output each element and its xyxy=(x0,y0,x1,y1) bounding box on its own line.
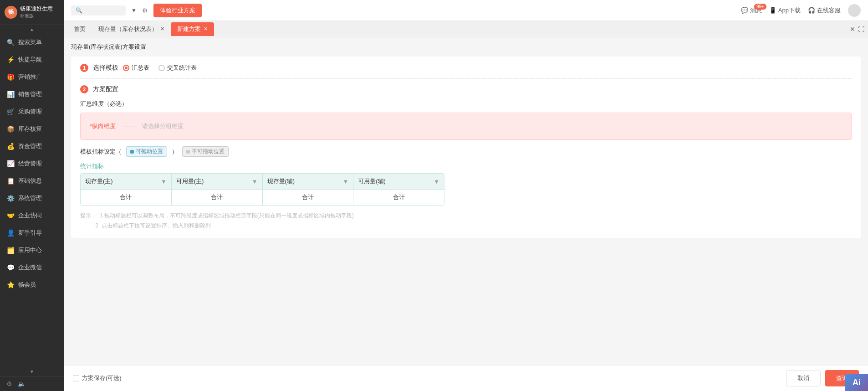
volume-icon[interactable]: 🔈 xyxy=(18,380,26,387)
sidebar-item-label: 销售管理 xyxy=(18,90,42,98)
col-header-1[interactable]: 可用量(主) ▼ xyxy=(172,174,263,189)
col-dropdown-3[interactable]: ▼ xyxy=(434,178,439,185)
divider1 xyxy=(80,78,852,79)
tab-inventory[interactable]: 现存量（库存状况表） ✕ xyxy=(92,22,171,36)
newuser-icon: 👤 xyxy=(6,229,15,237)
sidebar-item-label: 系统管理 xyxy=(18,194,42,202)
save-checkbox[interactable] xyxy=(73,375,79,381)
sidebar-item-label: 新手引导 xyxy=(18,229,42,237)
cell-3: 合计 xyxy=(353,189,444,205)
stat-table-row: 合计 合计 合计 合计 xyxy=(81,189,444,205)
vertical-dim-area[interactable]: *纵向维度 —— 请选择分组维度 xyxy=(80,113,852,140)
top-header: 🔍 ▼ ⚙ 体验行业方案 💬 消息 99+ 📱 App下载 🎧 在线客服 xyxy=(64,0,868,21)
non-draggable-label: 不可拖动位置 xyxy=(192,148,225,155)
radio-crosstab-label: 交叉统计表 xyxy=(167,64,197,72)
step1-title: 选择模板 xyxy=(93,64,118,72)
col-label-3: 可用量(辅) xyxy=(358,177,386,185)
tips-area: 提示： 1.拖动标题栏可以调整布局，不可跨维度或指标区域拖动栏目字段(只能在同一… xyxy=(80,211,852,231)
tab-home-label: 首页 xyxy=(74,25,86,33)
col-dropdown-2[interactable]: ▼ xyxy=(342,178,348,185)
expand-icon[interactable]: ⛶ xyxy=(858,26,864,33)
sidebar-item-member[interactable]: ⭐ 畅会员 xyxy=(0,276,64,293)
search-menu-icon: 🔍 xyxy=(6,38,15,46)
save-option-label: 方案保存(可选) xyxy=(82,374,122,382)
sidebar-item-management[interactable]: 📈 经营管理 xyxy=(0,155,64,172)
draggable-label: 可拖动位置 xyxy=(136,148,163,155)
sidebar-item-system[interactable]: ⚙️ 系统管理 xyxy=(0,190,64,207)
step1-badge: 1 xyxy=(80,64,88,72)
management-icon: 📈 xyxy=(6,159,15,168)
message-btn[interactable]: 💬 消息 99+ xyxy=(741,6,762,15)
online-service-btn[interactable]: 🎧 在线客服 xyxy=(808,6,841,15)
sidebar-item-appcenter[interactable]: 🗂️ 应用中心 xyxy=(0,242,64,259)
tab-inventory-close[interactable]: ✕ xyxy=(160,26,164,32)
close-panel-icon[interactable]: ✕ xyxy=(850,26,855,33)
vd-dash: —— xyxy=(123,123,135,130)
sidebar-item-label: 营销推广 xyxy=(18,73,42,81)
col-dropdown-1[interactable]: ▼ xyxy=(252,178,258,185)
sidebar-item-quicknav[interactable]: ⚡ 快捷导航 xyxy=(0,51,64,68)
sidebar-item-wechat[interactable]: 💬 企业微信 xyxy=(0,259,64,276)
sidebar-item-label: 企业微信 xyxy=(18,263,42,272)
tip-0: 提示： 1.拖动标题栏可以调整布局，不可跨维度或指标区域拖动栏目字段(只能在同一… xyxy=(80,211,852,221)
scroll-up-btn[interactable]: ▲ xyxy=(0,25,64,34)
tab-inventory-label: 现存量（库存状况表） xyxy=(98,25,158,33)
col-dropdown-0[interactable]: ▼ xyxy=(161,178,167,185)
tabs-right: ✕ ⛶ xyxy=(850,26,864,33)
template-settings-label: 模板指标设定（ xyxy=(80,148,122,156)
sidebar-item-cooperation[interactable]: 🤝 企业协同 xyxy=(0,207,64,224)
sidebar-item-finance[interactable]: 💰 资金管理 xyxy=(0,138,64,155)
stat-section-title: 统计指标 xyxy=(80,162,852,170)
sidebar-item-label: 库存核算 xyxy=(18,125,42,133)
cancel-button[interactable]: 取消 xyxy=(786,370,821,386)
sidebar-item-basic[interactable]: 📋 基础信息 xyxy=(0,172,64,190)
user-avatar[interactable] xyxy=(848,4,861,17)
sidebar-item-newuser[interactable]: 👤 新手引导 xyxy=(0,224,64,242)
search-icon: 🔍 xyxy=(76,7,82,14)
scroll-down-btn[interactable]: ▼ xyxy=(0,367,64,376)
sidebar-item-sales[interactable]: 📊 销售管理 xyxy=(0,86,64,103)
cell-0: 合计 xyxy=(81,189,172,205)
sidebar-item-inventory[interactable]: 📦 库存核算 xyxy=(0,120,64,138)
app-download-btn[interactable]: 📱 App下载 xyxy=(769,6,801,15)
radio-summary[interactable]: 汇总表 xyxy=(123,64,149,72)
save-option[interactable]: 方案保存(可选) xyxy=(73,374,122,382)
logo-icon: 畅 xyxy=(5,6,17,19)
template-radio-group: 汇总表 交叉统计表 xyxy=(123,64,197,72)
template-settings-row: 模板指标设定（ 可拖动位置 ） 不可拖动位置 xyxy=(80,146,852,157)
step1-header: 1 选择模板 汇总表 交叉统计表 xyxy=(80,64,852,72)
vd-placeholder: 请选择分组维度 xyxy=(142,122,184,130)
industry-btn[interactable]: 体验行业方案 xyxy=(153,4,202,17)
sidebar-item-label: 采购管理 xyxy=(18,108,42,116)
appcenter-icon: 🗂️ xyxy=(6,246,15,254)
step2-badge: 2 xyxy=(80,85,88,93)
radio-summary-label: 汇总表 xyxy=(132,64,149,72)
tab-new-scheme[interactable]: 新建方案 ✕ xyxy=(171,22,214,36)
radio-crosstab[interactable]: 交叉统计表 xyxy=(158,64,197,72)
stat-table-header: 现存量(主) ▼ 可用量(主) ▼ 现存量(辅) ▼ 可用量(辅) ▼ xyxy=(81,174,444,189)
service-icon: 🎧 xyxy=(808,7,815,14)
ai-badge[interactable]: Ai xyxy=(845,374,868,391)
sidebar-bottom: ⚙ 🔈 xyxy=(0,376,64,391)
col-header-3[interactable]: 可用量(辅) ▼ xyxy=(353,174,444,189)
sidebar-item-purchase[interactable]: 🛒 采购管理 xyxy=(0,103,64,120)
tabs-bar: 首页 现存量（库存状况表） ✕ 新建方案 ✕ ✕ ⛶ xyxy=(64,21,868,37)
col-label-0: 现存量(主) xyxy=(85,177,113,185)
sidebar-item-search[interactable]: 🔍 搜索菜单 xyxy=(0,34,64,51)
dropdown-arrow[interactable]: ▼ xyxy=(131,7,137,14)
tip-text-1: 2. 点击标题栏下拉可设置排序、插入列和删除列 xyxy=(95,222,210,229)
sidebar-item-label: 企业协同 xyxy=(18,211,42,220)
sidebar-item-marketing[interactable]: 🎁 营销推广 xyxy=(0,68,64,86)
draggable-tag: 可拖动位置 xyxy=(126,146,167,157)
message-icon: 💬 xyxy=(741,7,748,14)
app-icon: 📱 xyxy=(769,7,776,14)
settings-icon[interactable]: ⚙ xyxy=(6,380,12,387)
radio-summary-dot xyxy=(123,65,129,71)
tab-new-scheme-close[interactable]: ✕ xyxy=(204,26,208,32)
inventory-icon: 📦 xyxy=(6,125,15,133)
col-header-0[interactable]: 现存量(主) ▼ xyxy=(81,174,172,189)
col-header-2[interactable]: 现存量(辅) ▼ xyxy=(263,174,354,189)
tab-home[interactable]: 首页 xyxy=(67,22,92,36)
header-search[interactable]: 🔍 xyxy=(71,5,126,15)
header-settings-icon[interactable]: ⚙ xyxy=(142,7,148,14)
